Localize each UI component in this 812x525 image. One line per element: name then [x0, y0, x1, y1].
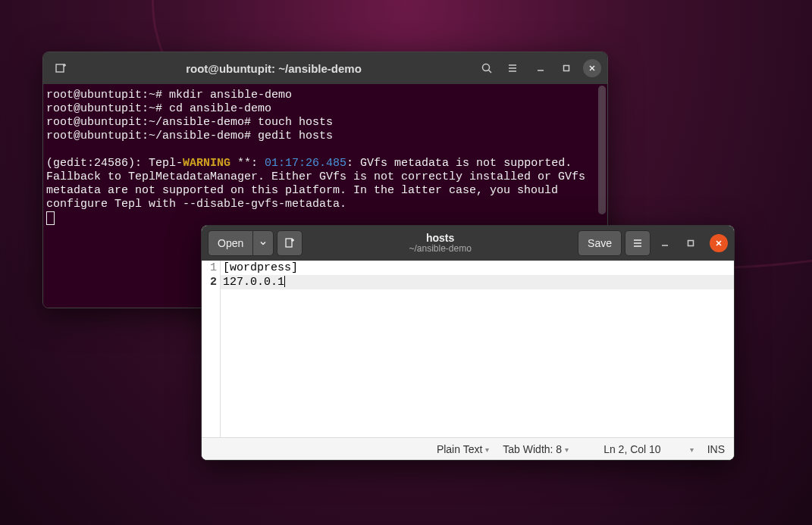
chevron-down-icon: ▾: [690, 445, 694, 454]
editor-area[interactable]: [wordpress] 127.0.0.1: [221, 261, 734, 437]
terminal-line: [46, 143, 604, 157]
open-recent-button[interactable]: [252, 230, 274, 256]
search-icon: [481, 62, 493, 74]
svg-line-4: [489, 70, 492, 73]
editor-line: [wordpress]: [221, 261, 734, 275]
gedit-title-wrap: hosts ~/ansible-demo: [306, 233, 575, 255]
gedit-minimize-button[interactable]: [654, 232, 676, 255]
editor-line: 127.0.0.1: [221, 275, 734, 289]
hamburger-icon: [506, 62, 519, 74]
maximize-icon: [686, 239, 695, 248]
terminal-warning: (gedit:24586): Tepl-WARNING **: 01:17:26…: [46, 157, 604, 211]
gedit-window: Open hosts ~/ansible-demo Save 1 2: [201, 225, 735, 461]
minimize-button[interactable]: [531, 59, 550, 77]
text-cursor: [284, 276, 285, 287]
maximize-icon: [562, 64, 571, 73]
open-button[interactable]: Open: [208, 230, 252, 256]
gedit-menu-button[interactable]: [625, 230, 651, 256]
svg-rect-19: [688, 241, 694, 246]
gedit-body: 1 2 [wordpress] 127.0.0.1: [202, 261, 734, 437]
close-button[interactable]: [583, 59, 601, 77]
chevron-down-icon: ▾: [565, 445, 569, 454]
chevron-down-icon: ▾: [485, 445, 489, 454]
minimize-icon: [660, 239, 669, 248]
terminal-line: root@ubuntupit:~# mkdir ansible-demo: [46, 89, 604, 102]
line-number-gutter: 1 2: [202, 261, 221, 437]
new-document-icon: [284, 237, 296, 249]
close-icon: [588, 64, 597, 73]
new-tab-icon: [55, 62, 67, 74]
svg-rect-9: [564, 66, 569, 71]
tabwidth-selector[interactable]: Tab Width: 8▾: [503, 443, 569, 455]
syntax-selector[interactable]: Plain Text▾: [437, 443, 489, 455]
terminal-header: root@ubuntupit: ~/ansible-demo: [43, 52, 607, 84]
gedit-close-button[interactable]: [710, 234, 728, 252]
document-path: ~/ansible-demo: [306, 244, 575, 254]
menu-button[interactable]: [501, 57, 524, 80]
document-title: hosts: [306, 233, 575, 244]
save-button[interactable]: Save: [578, 230, 622, 256]
gedit-maximize-button[interactable]: [679, 232, 702, 255]
insert-mode[interactable]: INS: [707, 443, 725, 455]
close-icon: [714, 239, 723, 248]
maximize-button[interactable]: [557, 59, 575, 77]
svg-rect-12: [286, 239, 292, 247]
terminal-line: root@ubuntupit:~# cd ansible-demo: [46, 102, 604, 116]
new-tab-button[interactable]: [49, 57, 72, 80]
search-button[interactable]: [475, 57, 498, 80]
terminal-line: root@ubuntupit:~/ansible-demo# touch hos…: [46, 116, 604, 130]
line-number: 2: [202, 275, 217, 289]
gedit-header: Open hosts ~/ansible-demo Save: [202, 226, 734, 261]
terminal-title: root@ubuntupit: ~/ansible-demo: [75, 62, 472, 75]
terminal-line: root@ubuntupit:~/ansible-demo# gedit hos…: [46, 130, 604, 143]
svg-point-3: [483, 64, 490, 71]
hamburger-icon: [632, 237, 644, 249]
open-button-group: Open: [208, 230, 274, 256]
gedit-statusbar: Plain Text▾ Tab Width: 8▾ Ln 2, Col 10 ▾…: [202, 437, 734, 461]
svg-rect-0: [56, 64, 64, 72]
terminal-scrollbar[interactable]: [598, 86, 606, 214]
cursor-position[interactable]: Ln 2, Col 10 ▾: [604, 443, 694, 455]
minimize-icon: [536, 64, 545, 73]
new-document-button[interactable]: [277, 230, 303, 256]
chevron-down-icon: [259, 239, 267, 247]
line-number: 1: [202, 261, 217, 275]
terminal-cursor-line: [46, 211, 604, 226]
